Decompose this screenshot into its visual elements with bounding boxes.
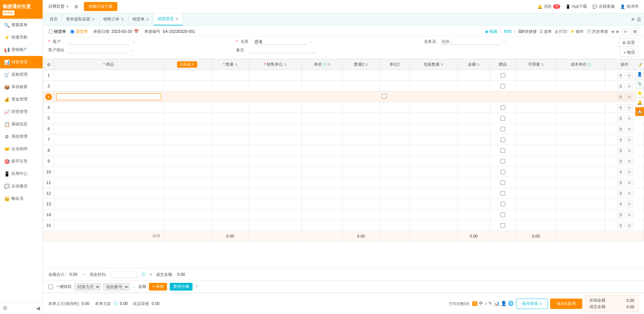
unit2-cell[interactable] xyxy=(379,102,409,113)
settlement-select[interactable]: 结算方式 xyxy=(74,283,101,291)
qty2-cell[interactable] xyxy=(342,102,379,113)
qty-cell[interactable] xyxy=(212,70,249,81)
product-cell[interactable] xyxy=(54,134,163,145)
qty2-cell[interactable] xyxy=(342,167,379,177)
tab-sales-order[interactable]: 销售订单 ✕ xyxy=(99,13,128,25)
copy-button[interactable]: ⧉ xyxy=(626,179,633,186)
customer-input[interactable] xyxy=(69,39,129,45)
save-draft-button[interactable]: 保存草稿 ∧ xyxy=(516,299,548,309)
product-cell[interactable] xyxy=(54,81,163,91)
gift-checkbox[interactable] xyxy=(500,73,505,78)
add-fee-button[interactable]: + 添加 xyxy=(149,283,167,291)
float-icon-1[interactable]: 📝 xyxy=(635,60,644,69)
amount-cell[interactable] xyxy=(457,209,490,220)
delete-button[interactable]: 🗑 xyxy=(617,169,625,175)
sidebar-item-inventory[interactable]: 📦 库存核算 xyxy=(0,81,43,93)
price-cell[interactable] xyxy=(302,134,342,145)
gift-checkbox[interactable] xyxy=(500,191,505,196)
account-select[interactable]: 收款账号 xyxy=(103,283,129,291)
copy-button[interactable]: ⧉ xyxy=(626,83,633,89)
unit-cell[interactable] xyxy=(249,70,302,81)
sidebar-item-purchase[interactable]: 🛒 采购管理 xyxy=(0,68,43,81)
video-button[interactable]: ▶ 视频 xyxy=(486,29,497,35)
sidebar-item-finance[interactable]: 💰 资金管理 xyxy=(0,93,43,106)
qty-cell[interactable] xyxy=(212,102,249,113)
experience-button[interactable]: 体验行业方案 xyxy=(84,2,117,11)
gift-checkbox[interactable] xyxy=(500,170,505,174)
nav-selector[interactable]: 日用百货 ▼ xyxy=(48,4,69,9)
account-dots[interactable]: ··· xyxy=(132,285,136,289)
gift-checkbox[interactable] xyxy=(500,212,505,217)
unit2-cell[interactable] xyxy=(379,145,409,156)
unit2-cell[interactable] xyxy=(379,209,409,220)
float-icon-6[interactable]: 🏠 xyxy=(635,107,644,116)
unit-cell[interactable] xyxy=(249,209,302,220)
calendar-icon[interactable]: 📅 xyxy=(134,29,139,34)
pack-cell[interactable] xyxy=(410,177,458,188)
pack-cell[interactable] xyxy=(410,124,458,134)
qty-sort-icon[interactable]: ⇅ xyxy=(235,63,237,66)
copy-button[interactable]: ⧉ xyxy=(626,201,633,207)
gift-checkbox[interactable] xyxy=(500,127,505,131)
note-input[interactable] xyxy=(249,47,316,53)
amount-cell[interactable] xyxy=(457,188,490,199)
sidebar-item-system[interactable]: ⚙ 系统管理 xyxy=(0,130,43,143)
add-row-button[interactable]: + xyxy=(45,93,52,100)
sidebar-item-member[interactable]: 👑 畅会员 xyxy=(0,192,43,205)
close-all-tabs-icon[interactable]: ✕ xyxy=(631,17,635,22)
next-icon[interactable]: ▶ xyxy=(616,29,620,34)
product-cell[interactable] xyxy=(54,199,163,209)
product-cell[interactable] xyxy=(54,209,163,220)
amount-cell[interactable] xyxy=(457,102,490,113)
pack-cell[interactable] xyxy=(410,102,458,113)
logistics-button[interactable]: + 物流 xyxy=(620,48,639,57)
float-icon-4[interactable]: ⭐ xyxy=(635,88,644,97)
unit-cell[interactable] xyxy=(249,156,302,167)
delete-button[interactable]: 🗑 xyxy=(617,179,625,186)
amount-cell[interactable] xyxy=(457,113,490,124)
sidebar-item-enterprise[interactable]: 🤝 企业协同 xyxy=(0,143,43,155)
product-cell[interactable] xyxy=(54,113,163,124)
tab-price-close[interactable]: ✕ xyxy=(92,17,95,22)
unit-cell[interactable] xyxy=(249,167,302,177)
return-radio[interactable] xyxy=(70,29,74,34)
qty2-sort-icon[interactable]: ⇅ xyxy=(365,63,368,66)
operate-button[interactable]: ⚡ 操作 xyxy=(570,29,584,35)
unit-cell[interactable] xyxy=(249,177,302,188)
one-click-checkbox[interactable] xyxy=(48,285,53,289)
delete-button[interactable]: 🗑 xyxy=(617,147,625,154)
unit-cell[interactable] xyxy=(249,102,302,113)
amount-cell[interactable] xyxy=(457,124,490,134)
copy-button[interactable]: ⧉ xyxy=(626,158,633,165)
product-input-active[interactable] xyxy=(56,93,161,100)
delete-button[interactable]: 🗑 xyxy=(617,190,625,197)
price-cell[interactable] xyxy=(302,156,342,167)
tab-sales-order-close[interactable]: ✕ xyxy=(121,17,124,22)
online-service-button[interactable]: 💬 在线客服 xyxy=(592,4,615,9)
salesperson-input[interactable] xyxy=(440,39,500,45)
sidebar-item-marketing[interactable]: 📢 营销推广 xyxy=(0,44,43,56)
amount-cell[interactable] xyxy=(457,177,490,188)
gift-checkbox[interactable] xyxy=(500,223,505,228)
notification-button[interactable]: 🔔 消息 70 xyxy=(537,4,560,9)
user-menu-button[interactable]: 👤 徐泽华 xyxy=(620,4,639,9)
discount-input[interactable] xyxy=(111,271,138,278)
product-cell[interactable] xyxy=(54,156,163,167)
nav-gear-button[interactable]: ⚙ xyxy=(72,2,81,11)
unit2-cell[interactable] xyxy=(379,188,409,199)
tab-sales-return[interactable]: 销货退货 ✕ xyxy=(154,13,183,25)
tab-sales-return-close[interactable]: ✕ xyxy=(175,17,178,21)
sidebar-item-apps[interactable]: 📱 应用中心 xyxy=(0,168,43,180)
th-gear[interactable]: ⚙ xyxy=(43,59,54,70)
pack-cell[interactable] xyxy=(410,199,458,209)
price-cell[interactable] xyxy=(302,113,342,124)
gift-checkbox[interactable] xyxy=(500,159,505,164)
tab-price-setting[interactable]: 售价提取设置 ✕ xyxy=(62,13,99,25)
pack-sort-icon[interactable]: ⇅ xyxy=(441,63,443,66)
copy-button[interactable]: ⧉ xyxy=(626,147,633,154)
unit2-cell[interactable] xyxy=(379,113,409,124)
config-button[interactable]: ⚙ 设置 xyxy=(619,39,639,47)
unit2-cell[interactable] xyxy=(379,81,409,91)
unit2-cell[interactable] xyxy=(379,156,409,167)
price-cell[interactable] xyxy=(302,145,342,156)
